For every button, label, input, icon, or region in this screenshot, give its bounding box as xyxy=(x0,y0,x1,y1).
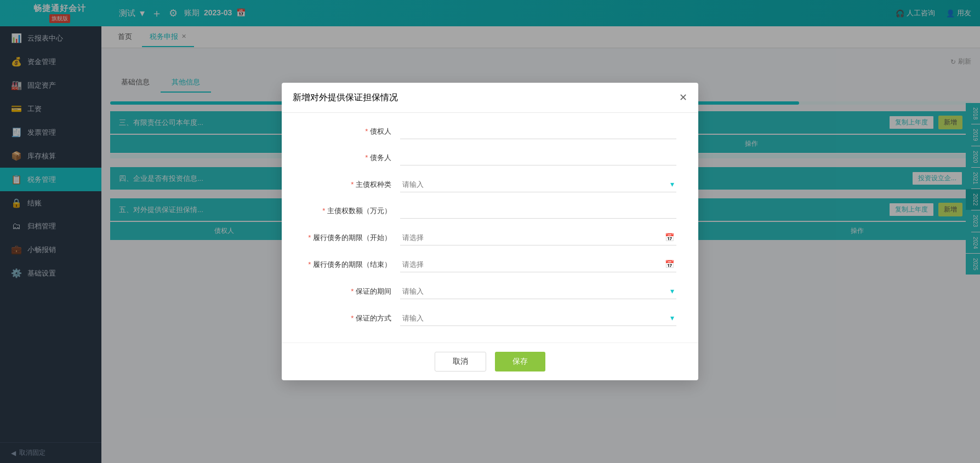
required-mark-period-end: * xyxy=(308,260,311,268)
calendar-start-icon[interactable]: 📅 xyxy=(665,233,674,242)
select-input-guarantee-period[interactable] xyxy=(402,287,670,295)
label-text-guarantee-method: 保证的方式 xyxy=(356,314,391,322)
form-row-claim-type: * 主债权种类 ▾ xyxy=(304,176,676,192)
form-row-period-start: * 履行债务的期限（开始） 📅 xyxy=(304,230,676,245)
date-period-end[interactable]: 📅 xyxy=(400,256,676,272)
input-debtor[interactable] xyxy=(400,150,676,165)
form-row-guarantee-method: * 保证的方式 ▾ xyxy=(304,310,676,326)
form-label-creditor: * 债权人 xyxy=(304,127,391,136)
input-creditor[interactable] xyxy=(400,124,676,139)
form-label-guarantee-period: * 保证的期间 xyxy=(304,287,391,296)
required-mark-guarantee-period: * xyxy=(351,287,354,295)
dialog-body: * 债权人 * 债务人 * 主债权种类 xyxy=(282,113,698,342)
form-label-claim-amount: * 主债权数额（万元） xyxy=(304,206,391,216)
required-mark: * xyxy=(365,127,368,135)
chevron-down-guarantee-method[interactable]: ▾ xyxy=(670,313,674,322)
form-row-guarantee-period: * 保证的期间 ▾ xyxy=(304,283,676,299)
form-label-claim-type: * 主债权种类 xyxy=(304,180,391,190)
form-label-period-end: * 履行债务的期限（结束） xyxy=(304,260,391,270)
label-text-claim-amount: 主债权数额（万元） xyxy=(327,207,391,215)
date-period-start[interactable]: 📅 xyxy=(400,230,676,245)
cancel-button[interactable]: 取消 xyxy=(435,352,486,371)
calendar-end-icon[interactable]: 📅 xyxy=(665,260,674,268)
required-mark-debtor: * xyxy=(365,153,368,162)
form-label-guarantee-method: * 保证的方式 xyxy=(304,313,391,323)
form-row-debtor: * 债务人 xyxy=(304,150,676,165)
required-mark-guarantee-method: * xyxy=(351,314,354,322)
chevron-down-guarantee-period[interactable]: ▾ xyxy=(670,287,674,295)
dialog: 新增对外提供保证担保情况 ✕ * 债权人 * 债务人 xyxy=(282,83,698,380)
select-guarantee-period[interactable]: ▾ xyxy=(400,283,676,299)
form-row-period-end: * 履行债务的期限（结束） 📅 xyxy=(304,256,676,272)
select-input-claim-type[interactable] xyxy=(402,180,670,188)
chevron-down-claim-type[interactable]: ▾ xyxy=(670,180,674,188)
label-text-creditor: 债权人 xyxy=(370,127,391,135)
dialog-close-btn[interactable]: ✕ xyxy=(679,92,687,104)
form-label-period-start: * 履行债务的期限（开始） xyxy=(304,233,391,243)
label-text-claim-type: 主债权种类 xyxy=(356,180,391,188)
date-input-period-end[interactable] xyxy=(402,260,665,268)
form-row-creditor: * 债权人 xyxy=(304,124,676,139)
required-mark-claim-type: * xyxy=(351,180,354,188)
dialog-footer: 取消 保存 xyxy=(282,342,698,380)
label-text-debtor: 债务人 xyxy=(370,153,391,162)
form-label-debtor: * 债务人 xyxy=(304,153,391,163)
form-row-claim-amount: * 主债权数额（万元） xyxy=(304,203,676,219)
required-mark-claim-amount: * xyxy=(322,207,325,215)
dialog-title: 新增对外提供保证担保情况 xyxy=(293,92,398,104)
required-mark-period-start: * xyxy=(308,233,311,242)
select-input-guarantee-method[interactable] xyxy=(402,314,670,322)
save-button[interactable]: 保存 xyxy=(495,352,545,371)
label-text-period-start: 履行债务的期限（开始） xyxy=(313,233,391,242)
label-text-period-end: 履行债务的期限（结束） xyxy=(313,260,391,268)
label-text-guarantee-period: 保证的期间 xyxy=(356,287,391,295)
select-guarantee-method[interactable]: ▾ xyxy=(400,310,676,326)
select-claim-type[interactable]: ▾ xyxy=(400,176,676,192)
dialog-header: 新增对外提供保证担保情况 ✕ xyxy=(282,83,698,113)
dialog-overlay: 新增对外提供保证担保情况 ✕ * 债权人 * 债务人 xyxy=(0,0,980,463)
input-claim-amount[interactable] xyxy=(400,203,676,219)
date-input-period-start[interactable] xyxy=(402,233,665,242)
